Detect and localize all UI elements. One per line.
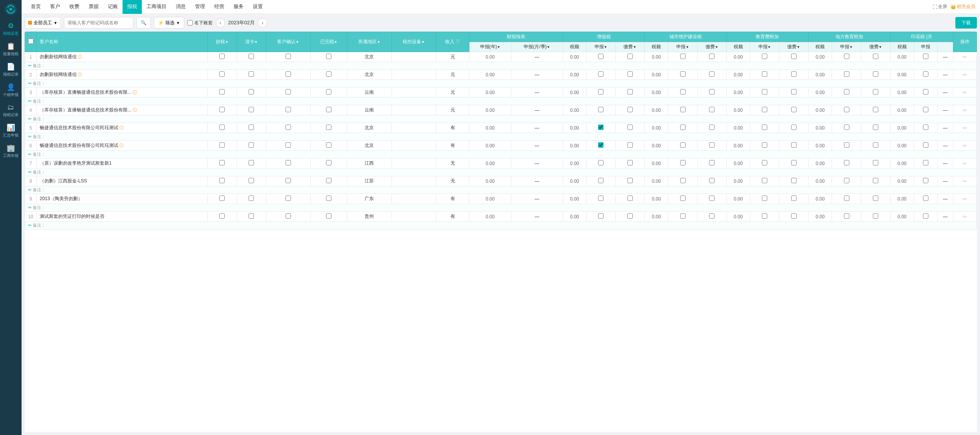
- nav-piaoju[interactable]: 票据: [84, 0, 103, 14]
- chaoshu-checkbox[interactable]: [219, 160, 225, 165]
- edit-icon[interactable]: ✏: [963, 89, 967, 96]
- difang-jiaofei-checkbox[interactable]: [873, 178, 878, 183]
- edit-note-icon[interactable]: ✏: [28, 63, 32, 68]
- warning-icon[interactable]: ⓘ: [119, 143, 124, 148]
- jiaoyu-shenbao-cell[interactable]: [750, 141, 779, 151]
- employee-filter[interactable]: 全部员工 ▼: [25, 17, 61, 29]
- jiaoyu-shenbao-checkbox[interactable]: [762, 89, 767, 94]
- queren-cell[interactable]: [266, 176, 310, 186]
- jiaoyu-shenbao-cell[interactable]: [750, 212, 779, 222]
- action-cell[interactable]: ✏: [953, 141, 977, 151]
- zengzhi-jiaofei-cell[interactable]: [615, 88, 645, 98]
- difang-shenbao-cell[interactable]: [832, 158, 861, 169]
- yinhua-shenbao-cell[interactable]: [914, 88, 937, 98]
- difang-jiaofei-cell[interactable]: [861, 105, 890, 115]
- zengzhi-shenbao-checkbox[interactable]: [598, 107, 603, 112]
- search-button[interactable]: 🔍: [136, 17, 151, 29]
- zengzhi-shenbao-checkbox[interactable]: [598, 125, 603, 130]
- chaoshu-cell[interactable]: [208, 194, 237, 204]
- zengzhi-shenbao-cell[interactable]: [586, 176, 615, 186]
- zengzhi-shenbao-cell[interactable]: [586, 194, 615, 204]
- zengzhi-shenbao-checkbox[interactable]: [598, 89, 603, 94]
- yinhua-shenbao-checkbox[interactable]: [923, 54, 928, 59]
- qingka-checkbox[interactable]: [249, 54, 254, 59]
- yinhua-shenbao-checkbox[interactable]: [923, 213, 928, 219]
- jiaoyu-jiaofei-checkbox[interactable]: [791, 125, 797, 130]
- chengshi-shenbao-cell[interactable]: [668, 212, 698, 222]
- th-zengzhi-jiaofei[interactable]: 缴费▼: [615, 42, 645, 52]
- jiaoyu-jiaofei-cell[interactable]: [779, 212, 809, 222]
- queren-checkbox[interactable]: [286, 160, 291, 165]
- difang-shenbao-checkbox[interactable]: [844, 142, 849, 148]
- sidebar-item-baoshuijilu[interactable]: 📄 报税记录: [0, 59, 22, 80]
- chengshi-shenbao-checkbox[interactable]: [680, 196, 686, 201]
- jiaoyu-shenbao-checkbox[interactable]: [762, 107, 767, 112]
- qingka-cell[interactable]: [237, 70, 266, 80]
- zengzhi-shenbao-checkbox[interactable]: [598, 178, 603, 183]
- sidebar-item-gongshang[interactable]: 🏢 工商年报: [0, 141, 22, 161]
- yinhua-shenbao-checkbox[interactable]: [923, 107, 928, 112]
- sidebar-item-piliangbaoshu[interactable]: 📋 批量报税: [0, 39, 22, 59]
- queren-cell[interactable]: [266, 123, 310, 133]
- zengzhi-jiaofei-checkbox[interactable]: [627, 196, 633, 201]
- chengshi-shenbao-cell[interactable]: [668, 70, 698, 80]
- chengshi-shenbao-cell[interactable]: [668, 176, 698, 186]
- chengshi-jiaofei-cell[interactable]: [698, 194, 727, 204]
- zengzhi-shenbao-cell[interactable]: [586, 52, 615, 62]
- yiwanshu-cell[interactable]: [310, 158, 347, 169]
- difang-jiaofei-cell[interactable]: [861, 88, 890, 98]
- difang-jiaofei-checkbox[interactable]: [873, 160, 878, 165]
- zengzhi-jiaofei-checkbox[interactable]: [627, 142, 633, 148]
- qingka-checkbox[interactable]: [249, 196, 254, 201]
- action-cell[interactable]: ✏: [953, 123, 977, 133]
- zengzhi-shenbao-cell[interactable]: [586, 212, 615, 222]
- jiaoyu-shenbao-cell[interactable]: [750, 70, 779, 80]
- nav-guanli[interactable]: 管理: [190, 0, 210, 14]
- queren-cell[interactable]: [266, 70, 310, 80]
- chengshi-jiaofei-cell[interactable]: [698, 123, 727, 133]
- chaoshu-cell[interactable]: [208, 88, 237, 98]
- yiwanshu-cell[interactable]: [310, 52, 347, 62]
- difang-jiaofei-checkbox[interactable]: [873, 71, 878, 77]
- zengzhi-shenbao-checkbox[interactable]: [598, 196, 603, 201]
- yiwanshu-cell[interactable]: [310, 176, 347, 186]
- chengshi-shenbao-cell[interactable]: [668, 141, 698, 151]
- difang-jiaofei-checkbox[interactable]: [873, 54, 878, 59]
- jiaoyu-jiaofei-cell[interactable]: [779, 176, 809, 186]
- yinhua-shenbao-cell[interactable]: [914, 212, 937, 222]
- difang-shenbao-cell[interactable]: [832, 123, 861, 133]
- jiaoyu-jiaofei-checkbox[interactable]: [791, 89, 797, 94]
- yinhua-shenbao-checkbox[interactable]: [923, 125, 928, 130]
- edit-icon[interactable]: ✏: [963, 143, 967, 149]
- difang-shenbao-cell[interactable]: [832, 194, 861, 204]
- chaoshu-checkbox[interactable]: [219, 142, 225, 148]
- zengzhi-jiaofei-checkbox[interactable]: [627, 213, 633, 219]
- chengshi-jiaofei-checkbox[interactable]: [709, 160, 714, 165]
- difang-jiaofei-checkbox[interactable]: [873, 107, 878, 112]
- chengshi-shenbao-cell[interactable]: [668, 194, 698, 204]
- edit-note-icon[interactable]: ✏: [28, 134, 32, 139]
- zengzhi-shenbao-checkbox[interactable]: [598, 71, 603, 77]
- jiaoyu-shenbao-checkbox[interactable]: [762, 178, 767, 183]
- jiaoyu-jiaofei-checkbox[interactable]: [791, 178, 797, 183]
- chengshi-jiaofei-checkbox[interactable]: [709, 89, 714, 94]
- zengzhi-jiaofei-checkbox[interactable]: [627, 160, 633, 165]
- th-queren[interactable]: 客户确认▼: [266, 32, 310, 52]
- difang-shenbao-cell[interactable]: [832, 88, 861, 98]
- chengshi-shenbao-cell[interactable]: [668, 158, 698, 169]
- zengzhi-jiaofei-checkbox[interactable]: [627, 71, 633, 77]
- search-input[interactable]: [64, 17, 133, 29]
- yiwanshu-cell[interactable]: [310, 123, 347, 133]
- queren-checkbox[interactable]: [286, 142, 291, 148]
- zengzhi-shenbao-cell[interactable]: [586, 158, 615, 169]
- yinhua-shenbao-cell[interactable]: [914, 105, 937, 115]
- nav-gongshang[interactable]: 工商项目: [142, 0, 171, 14]
- th-diqu[interactable]: 所属地区▼: [347, 32, 392, 52]
- difang-jiaofei-checkbox[interactable]: [873, 125, 878, 130]
- action-cell[interactable]: ✏: [953, 70, 977, 80]
- queren-checkbox[interactable]: [286, 125, 291, 130]
- difang-shenbao-cell[interactable]: [832, 70, 861, 80]
- jiaoyu-shenbao-checkbox[interactable]: [762, 213, 767, 219]
- yiwanshu-cell[interactable]: [310, 105, 347, 115]
- chaoshu-cell[interactable]: [208, 123, 237, 133]
